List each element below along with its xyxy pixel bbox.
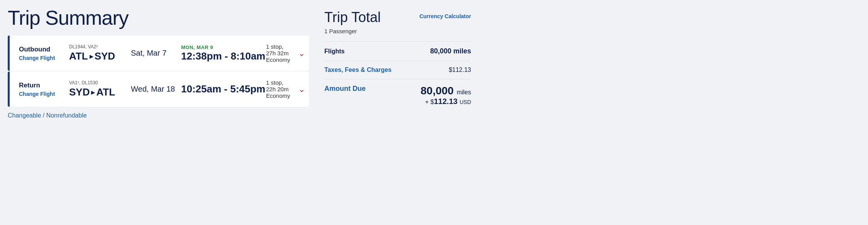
outbound-to: SYD	[95, 50, 115, 62]
return-flight-card: Return Change Flight VA1¹, DL1530 SYD ▸ …	[8, 72, 309, 107]
return-chevron-icon[interactable]: ⌄	[298, 84, 305, 94]
outbound-change-flight-link[interactable]: Change Flight	[19, 55, 69, 61]
outbound-date: Sat, Mar 7	[131, 49, 166, 57]
return-change-flight-link[interactable]: Change Flight	[19, 91, 69, 97]
outbound-time-col: MON, MAR 9 12:38pm - 8:10am	[181, 44, 266, 62]
currency-calculator-link[interactable]: Currency Calculator	[419, 9, 471, 19]
return-date-col: Wed, Mar 18	[131, 85, 181, 94]
outbound-chevron-col[interactable]: ⌄	[290, 48, 305, 58]
taxes-label: Taxes, Fees & Charges	[324, 66, 392, 73]
outbound-time: 12:38pm - 8:10am	[181, 50, 265, 62]
return-time-col: 10:25am - 5:45pm	[181, 83, 266, 95]
return-chevron-col[interactable]: ⌄	[290, 84, 305, 94]
outbound-flight-code: DL1944, VA2¹	[69, 44, 131, 49]
return-label-col: Return Change Flight	[19, 82, 69, 97]
return-from: SYD	[69, 86, 90, 98]
left-panel: Trip Summary Outbound Change Flight DL19…	[8, 6, 309, 119]
return-arrow: ▸	[91, 88, 95, 97]
amount-due-label: Amount Due	[324, 85, 366, 93]
return-time: 10:25am - 5:45pm	[181, 83, 265, 95]
outbound-cabin: Economy	[266, 56, 290, 63]
outbound-arrow: ▸	[90, 52, 93, 61]
outbound-date-col: Sat, Mar 7	[131, 49, 181, 58]
outbound-chevron-icon[interactable]: ⌄	[298, 48, 305, 58]
outbound-from: ATL	[69, 50, 88, 62]
return-to: ATL	[96, 86, 115, 98]
trip-total-header: Trip Total Currency Calculator	[324, 9, 471, 26]
page-title: Trip Summary	[8, 6, 309, 29]
return-airports: SYD ▸ ATL	[69, 86, 131, 98]
return-route-col: VA1¹, DL1530 SYD ▸ ATL	[69, 80, 131, 98]
outbound-flight-card: Outbound Change Flight DL1944, VA2¹ ATL …	[8, 36, 309, 71]
return-stops-col: 1 stop, 22h 20m Economy	[266, 79, 290, 99]
return-label: Return	[19, 82, 69, 89]
return-cabin: Economy	[266, 92, 290, 99]
outbound-highlight-date: MON, MAR 9	[181, 44, 266, 50]
outbound-label-col: Outbound Change Flight	[19, 46, 69, 61]
trip-total-title: Trip Total	[324, 9, 381, 26]
outbound-airports: ATL ▸ SYD	[69, 50, 131, 62]
taxes-value: $112.13	[449, 66, 471, 73]
amount-due-miles: 80,000 miles	[420, 85, 471, 97]
flights-price-row: Flights 80,000 miles	[324, 41, 471, 61]
outbound-stops-col: 1 stop, 27h 32m Economy	[266, 43, 290, 63]
page-container: Trip Summary Outbound Change Flight DL19…	[8, 6, 860, 119]
return-date: Wed, Mar 18	[131, 85, 175, 93]
return-flight-code: VA1¹, DL1530	[69, 80, 131, 85]
amount-due-usd: + $112.13 USD	[420, 97, 471, 106]
flights-value: 80,000 miles	[430, 47, 471, 55]
amount-due-value: 80,000 miles + $112.13 USD	[420, 85, 471, 106]
return-stops: 1 stop, 22h 20m	[266, 79, 290, 92]
flights-label: Flights	[324, 48, 344, 55]
outbound-stops: 1 stop, 27h 32m	[266, 43, 290, 56]
right-panel: Trip Total Currency Calculator 1 Passeng…	[324, 6, 471, 119]
outbound-label: Outbound	[19, 46, 69, 53]
changeable-note: Changeable / Nonrefundable	[8, 112, 309, 119]
amount-due-row: Amount Due 80,000 miles + $112.13 USD	[324, 79, 471, 111]
passenger-info: 1 Passenger	[324, 28, 471, 34]
taxes-price-row: Taxes, Fees & Charges $112.13	[324, 61, 471, 79]
outbound-route-col: DL1944, VA2¹ ATL ▸ SYD	[69, 44, 131, 62]
